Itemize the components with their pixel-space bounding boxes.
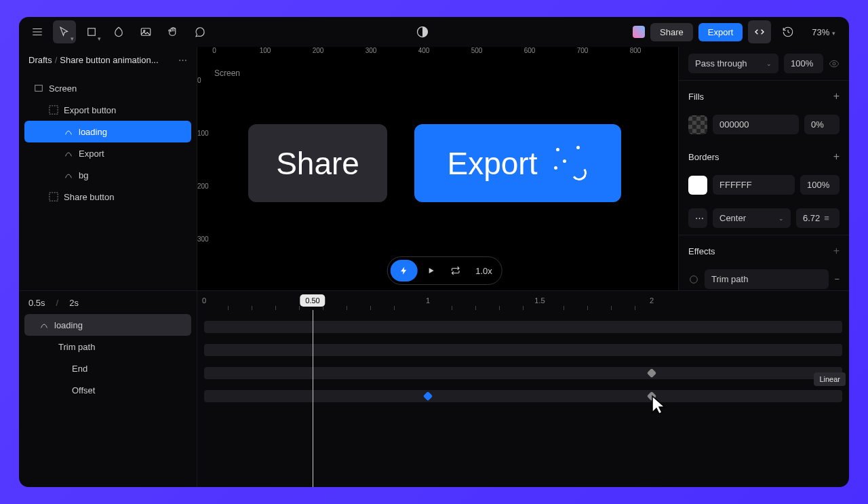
border-opacity-input[interactable]: 100%	[800, 175, 840, 195]
canvas-export-button[interactable]: Export	[414, 124, 621, 202]
border-swatch[interactable]	[688, 176, 707, 195]
move-tool[interactable]: ▾	[53, 20, 76, 43]
timeline-ruler[interactable]: 0 1 1.5 2	[197, 291, 849, 314]
playback-speed[interactable]: 1.0x	[469, 266, 499, 276]
layer-export[interactable]: Export	[24, 142, 191, 164]
layer-screen[interactable]: Screen	[24, 77, 191, 99]
canvas[interactable]: 0 100 200 300 400 500 600 700 800 0 100 …	[197, 47, 678, 290]
playhead[interactable]	[313, 310, 313, 487]
menu-icon[interactable]	[26, 20, 49, 43]
export-button[interactable]: Export	[698, 23, 743, 41]
effect-icon	[688, 274, 699, 285]
image-tool[interactable]	[134, 20, 157, 43]
timeline-track-end[interactable]: End	[24, 357, 191, 379]
timeline-tracks-area[interactable]: 0 1 1.5 2 Linear 0.50	[197, 291, 849, 487]
breadcrumb-more-icon[interactable]: ⋯	[178, 55, 187, 65]
layer-loading[interactable]: loading	[24, 121, 191, 142]
svg-point-8	[690, 275, 698, 283]
history-icon[interactable]	[776, 20, 800, 43]
timeline: 0.5s/2s loading Trim path End Offset 0 1…	[19, 290, 849, 487]
svg-rect-4	[35, 85, 43, 92]
comment-tool[interactable]	[189, 20, 212, 43]
border-position-dropdown[interactable]: Center⌄	[713, 208, 791, 228]
svg-rect-0	[88, 28, 96, 36]
svg-rect-6	[50, 193, 58, 201]
spinner-icon	[551, 144, 588, 182]
timeline-track-trimpath[interactable]: Trim path	[24, 336, 191, 357]
frame-tool[interactable]: ▾	[80, 20, 103, 43]
blend-mode-dropdown[interactable]: Pass through⌄	[688, 54, 778, 73]
playback-bar: 1.0x	[387, 256, 502, 285]
avatar[interactable]	[633, 26, 645, 38]
ruler-horizontal: 0 100 200 300 400 500 600 700 800	[211, 47, 678, 63]
zoom-level[interactable]: 73% ▾	[805, 27, 842, 37]
canvas-share-button[interactable]: Share	[248, 124, 387, 202]
border-more-button[interactable]: ⋯	[688, 208, 707, 228]
opacity-input[interactable]: 100%	[784, 54, 823, 73]
timeline-track-offset[interactable]: Offset	[24, 379, 191, 401]
playhead-handle[interactable]: 0.50	[300, 294, 325, 307]
svg-point-7	[833, 62, 835, 65]
border-width-input[interactable]: 6.72≡	[796, 208, 840, 228]
visibility-icon[interactable]	[829, 58, 840, 69]
play-button[interactable]	[420, 260, 441, 282]
ruler-vertical: 0 100 200 300	[197, 63, 211, 290]
fill-swatch[interactable]	[688, 115, 707, 134]
svg-rect-5	[50, 106, 58, 114]
effects-header: Effects +	[679, 235, 849, 263]
add-border-button[interactable]: +	[833, 151, 840, 163]
timeline-track-loading[interactable]: loading	[24, 314, 191, 336]
dev-mode-button[interactable]	[748, 20, 771, 43]
effect-name[interactable]: Trim path	[705, 269, 829, 289]
top-toolbar: ▾ ▾ Share Export 73% ▾	[19, 17, 849, 47]
fills-header: Fills +	[679, 81, 849, 108]
timeline-time-display: 0.5s/2s	[19, 291, 197, 314]
logo-icon	[416, 25, 429, 39]
easing-tooltip: Linear	[814, 372, 846, 386]
fill-opacity-input[interactable]: 0%	[804, 115, 840, 134]
fill-hex-input[interactable]: 000000	[713, 115, 799, 134]
add-effect-button[interactable]: +	[833, 245, 840, 257]
prototype-toggle[interactable]	[390, 260, 417, 282]
breadcrumb[interactable]: Drafts/Share button animation... ⋯	[19, 47, 197, 73]
hand-tool[interactable]	[161, 20, 184, 43]
properties-panel: Pass through⌄ 100% Fills + 000000 0% Bor…	[678, 47, 849, 290]
frame-label[interactable]: Screen	[214, 69, 240, 78]
borders-header: Borders +	[679, 141, 849, 168]
layer-share-button[interactable]: Share button	[24, 186, 191, 208]
share-button[interactable]: Share	[650, 23, 693, 41]
pen-tool[interactable]	[107, 20, 130, 43]
layer-bg[interactable]: bg	[24, 164, 191, 186]
layers-panel: Drafts/Share button animation... ⋯ Scree…	[19, 47, 197, 290]
border-hex-input[interactable]: FFFFFF	[713, 175, 795, 195]
add-fill-button[interactable]: +	[833, 90, 840, 102]
layer-export-button[interactable]: Export button	[24, 99, 191, 121]
loop-button[interactable]	[444, 260, 466, 282]
remove-effect-button[interactable]: −	[834, 274, 840, 284]
